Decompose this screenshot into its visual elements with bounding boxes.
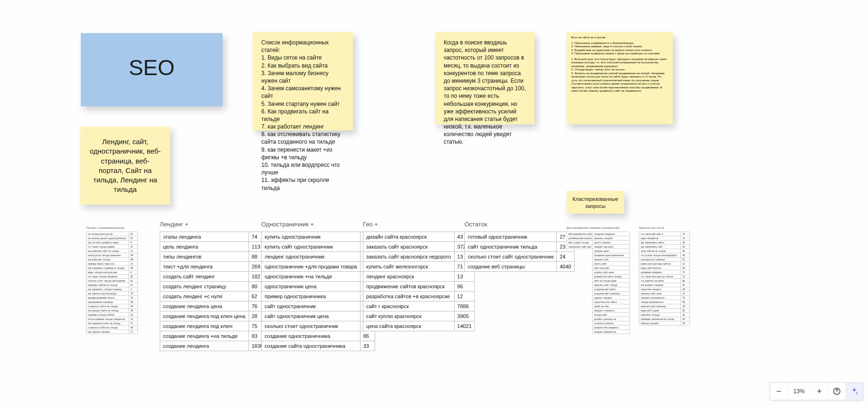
blog-pros: 1. Повышение узнаваемости о бизнесе/брен… [571,42,668,56]
table-row: примеры лендингов на тильде40 [639,317,690,321]
table-row: что такое веб сайт и74 [639,232,690,236]
table-sale-right: создание лендингазаказать лендингкупить … [592,232,630,334]
sticky-cluster-label[interactable]: Кластеризованные запросы [567,191,624,214]
sticky-frequency[interactable]: Когда в поиске вводишь запрос, который и… [435,32,534,124]
articles-item: 5. Зачем стартапу нужен сайт [261,100,344,108]
table-row: что такое тильда лендинга29 [86,275,138,279]
table-row: купить сайт одностраничник33 [262,242,375,252]
table-row: создание сайта одностраничника33 [262,341,375,351]
table-row: лендинг цена [593,249,630,253]
table-row: дизайнер лендинга74 [639,270,690,275]
table-row: сколько стоит одностраничник31 [262,321,375,331]
zoom-toolbar: − 13% + [770,382,863,400]
section-onepage: Одностраничник + [261,221,314,228]
table-row: создание лендинга +на тильде83 [160,331,266,341]
table-row: виды сайт визиток99 [639,266,690,270]
table-row: как сделать лендинг17 [86,330,138,334]
section-tilda: Тильда + (информационные) [86,226,124,229]
table-row: сайт под ключ [593,266,630,270]
table-row: как создавать страницы в тильде48 [86,266,138,270]
table-row: создание лендинга [593,232,630,236]
table-row: тильда возможности83 [639,300,690,304]
frequency-text: Когда в поиске вводишь запрос, который и… [444,39,526,145]
cluster-label-text: Кластеризованные запросы [573,196,619,209]
table-row: разработка сайта тильда [593,275,630,279]
table-row: примеры тильда сайтов15 [86,313,138,317]
table-row: одностраничник цена91 [262,282,375,292]
table-geo: дизайн сайта красноярск43заказать сайт к… [363,232,475,331]
table-row: одностраничник +на тильде49 [262,272,375,282]
help-icon [833,387,841,396]
table-row: виды веб студий65 [639,309,690,313]
articles-list: 1. Виды сеток на сайте2. Как выбрать вид… [261,54,344,191]
table-row: создать лендинг +с нуля62 [160,292,266,302]
table-row: что сделать на сайте86 [639,279,690,283]
table-row: текст +для лендинга269 [160,262,266,272]
ai-sparkle-button[interactable] [846,383,863,400]
table-row: готовый одностраничник27 [465,232,575,242]
section-landing: Лендинг + [160,221,189,228]
table-row: что лучше тильда или вордпресс49 [639,253,690,258]
sticky-articles[interactable]: Список информационных статей: 1. Виды се… [253,32,353,130]
table-row: создание одностраничника [593,253,630,258]
help-button[interactable] [828,383,846,400]
table-row: сколько стоит сайт одностраничник24 [465,252,575,262]
table-row: на тильде конструктор54 [86,232,138,236]
table-row: типы лендингов88 [160,252,266,262]
articles-item: 11. эффекты при скролле тильда [261,176,344,191]
table-row: купить сайт железногорск71 [363,262,475,272]
articles-item: 3. Зачем малому бизнесу нужен сайт [261,69,344,85]
sticky-seo[interactable]: SEO [81,33,223,106]
table-row: стоимость сайта на тильде44 [86,304,138,309]
table-row: как работает тильда98 [86,258,138,262]
table-row: создание веб страницы4040 [465,262,575,272]
table-row: создать сайт лендинг182 [160,272,266,282]
table-row: заказать дизайн45 [639,321,690,326]
table-row: конструктор тильда принципы46 [86,253,138,258]
table-row: как работает сайт на тильде11 [86,249,138,253]
articles-item: 9. как перенести макет +из фигмы +в тиль… [261,146,344,161]
table-row: прайс на сайт [593,304,630,309]
articles-item: 1. Виды сеток на сайте [261,54,344,61]
table-row: форматирование текста75 [86,296,138,300]
sticky-keywords[interactable]: Лендинг, сайт, одностраничник, веб-стран… [80,127,170,205]
table-row: сделать лендинг [593,296,630,300]
table-row: виды лендингов13 [639,236,690,241]
table-row: заказать сайт красноярск недорого13 [363,252,475,262]
table-row: пример самого простого14 [86,262,138,266]
articles-header: Список информационных статей: [261,39,344,54]
table-row: сайт куплю красноярск3905 [363,311,475,321]
table-rest: готовый одностраничник27сайт одностранич… [464,232,575,272]
blog-note-title: Блог на сайте за и против [571,36,668,40]
zoom-level[interactable]: 13% [788,388,811,395]
blog-body: 1. Большой срок: эти статьи будут приход… [571,58,668,93]
seo-title: SEO [89,53,214,82]
table-row: заказать сайт тильда [593,283,630,287]
table-row: заказать сайт красноярск372 [363,242,475,252]
table-row: сайт одностраничник тильда23 [465,242,575,252]
zoom-in-button[interactable]: + [811,383,828,400]
table-row: лендинг красноярск13 [363,272,475,282]
table-row: сайт одностраничник цена74 [262,311,375,321]
table-row: сайт одностраничник997 [262,302,375,311]
table-row: какие конструкторы сайтов12 [639,262,690,266]
svg-point-1 [837,393,837,393]
table-row: строительство сайта [593,300,630,304]
table-row: стоимость работы [593,321,630,326]
table-row: сайт на тильда цена [593,279,630,283]
table-row: создание лендинга под ключ цена28 [160,311,266,321]
section-geo: Гео + [363,221,378,228]
table-row: где заказывать сайт40 [639,245,690,249]
table-landing: этапы лендинга74цель лендинга113типы лен… [160,232,266,351]
table-row: цель лендинга113 [160,242,266,252]
table-row: создание веб сайта [593,287,630,292]
articles-item: 7. как работает лендинг [261,123,344,130]
table-row: что такое тильда сервис47 [86,245,138,249]
sticky-blog-proscons[interactable]: Блог на сайте за и против 1. Повышение у… [567,32,673,124]
table-row: дизайн страницы на [593,317,630,321]
zoom-out-button[interactable]: − [770,383,788,400]
section-rest: Остаток [464,221,487,228]
table-row: сколько стоит тильда обслужение81 [86,279,138,283]
whiteboard-canvas[interactable]: SEO Лендинг, сайт, одностраничник, веб-с… [0,0,868,405]
table-row: создание лендинга1838 [160,341,266,351]
